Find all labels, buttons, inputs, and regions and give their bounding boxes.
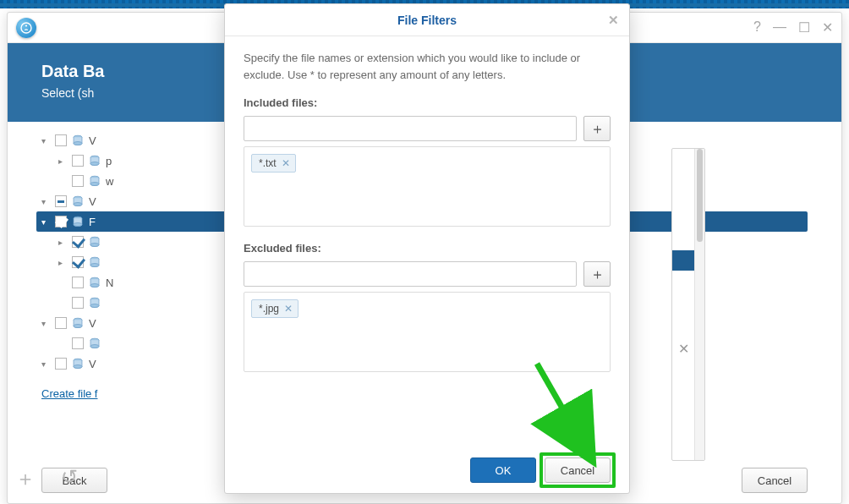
tree-checkbox[interactable] — [55, 317, 67, 329]
tree-caret-icon[interactable]: ▾ — [41, 319, 50, 328]
disk-icon — [72, 358, 84, 370]
filter-tag-text: *.jpg — [259, 303, 279, 315]
minimize-icon[interactable]: — — [773, 19, 786, 36]
tree-checkbox[interactable] — [72, 277, 84, 288]
app-icon — [16, 18, 36, 38]
tree-checkbox[interactable] — [72, 337, 84, 349]
tree-checkbox[interactable] — [55, 358, 67, 370]
history-icon[interactable]: ↺ — [61, 465, 78, 492]
wizard-cancel-button[interactable]: Cancel — [742, 468, 808, 493]
plus-icon[interactable]: ＋ — [15, 465, 36, 492]
excluded-tag[interactable]: *.jpg✕ — [251, 299, 299, 318]
included-tag[interactable]: *.txt✕ — [251, 154, 296, 173]
tree-label: F — [89, 216, 96, 228]
dialog-title: File Filters — [397, 14, 457, 27]
disk-icon — [89, 236, 101, 248]
tree-checkbox[interactable] — [72, 256, 84, 268]
svg-point-19 — [90, 304, 99, 308]
included-tags-area: *.txt✕ — [244, 146, 611, 227]
tree-caret-icon[interactable]: ▸ — [58, 258, 67, 267]
disk-icon — [72, 134, 84, 146]
help-icon[interactable]: ? — [753, 19, 761, 36]
filter-tag-text: *.txt — [259, 157, 277, 169]
tree-caret-icon[interactable]: ▾ — [41, 217, 50, 227]
dialog-description: Specify the file names or extension whic… — [244, 50, 611, 83]
tree-label: N — [106, 277, 113, 289]
included-add-button[interactable]: ＋ — [583, 116, 611, 141]
tag-remove-icon[interactable]: ✕ — [284, 303, 293, 315]
svg-point-13 — [90, 244, 99, 247]
tree-checkbox[interactable] — [55, 195, 67, 207]
tag-remove-icon[interactable]: ✕ — [282, 157, 290, 169]
svg-point-9 — [74, 203, 82, 206]
tree-checkbox[interactable] — [72, 155, 84, 167]
tree-caret-icon[interactable]: ▸ — [58, 156, 67, 166]
dialog-titlebar: File Filters ✕ — [225, 4, 629, 36]
tree-caret-icon[interactable]: ▸ — [58, 238, 67, 247]
disk-icon — [89, 175, 101, 187]
panel-close-icon[interactable]: ✕ — [678, 341, 689, 357]
close-icon[interactable]: ✕ — [822, 19, 833, 36]
tree-label: V — [89, 317, 96, 330]
create-file-filter-link[interactable]: Create file f — [41, 387, 97, 400]
svg-point-25 — [74, 365, 82, 369]
svg-point-23 — [90, 345, 99, 348]
disk-icon — [89, 155, 101, 167]
maximize-icon[interactable]: ☐ — [798, 19, 810, 36]
tree-checkbox[interactable] — [72, 297, 84, 309]
dialog-close-icon[interactable]: ✕ — [608, 13, 619, 28]
scrollbar[interactable] — [694, 149, 704, 460]
included-files-label: Included files: — [244, 96, 611, 109]
scrollbar-thumb[interactable] — [697, 149, 703, 242]
disk-icon — [72, 216, 84, 227]
svg-point-11 — [74, 223, 82, 227]
disk-icon — [72, 317, 84, 329]
disk-icon — [89, 337, 101, 349]
svg-point-15 — [90, 264, 99, 267]
file-filters-dialog: File Filters ✕ Specify the file names or… — [224, 3, 630, 494]
svg-point-21 — [74, 325, 82, 328]
disk-icon — [89, 277, 101, 288]
tree-checkbox[interactable] — [72, 175, 84, 187]
included-input[interactable] — [244, 116, 577, 141]
tree-caret-icon[interactable]: ▾ — [41, 359, 50, 369]
tree-label: w — [106, 175, 113, 188]
left-tool-icons: ＋ ↺ — [15, 465, 78, 492]
background-list-panel: ✕ — [671, 148, 705, 461]
tree-caret-icon[interactable]: ▾ — [41, 136, 50, 145]
tree-checkbox[interactable] — [72, 236, 84, 248]
svg-point-0 — [21, 23, 31, 33]
excluded-add-button[interactable]: ＋ — [583, 261, 611, 287]
cancel-button[interactable]: Cancel — [545, 457, 611, 483]
ok-button[interactable]: OK — [470, 457, 536, 483]
svg-point-5 — [90, 162, 99, 166]
tree-label: V — [89, 195, 96, 208]
svg-point-7 — [90, 183, 99, 186]
disk-icon — [89, 256, 101, 268]
tree-label: p — [106, 155, 112, 167]
disk-icon — [72, 195, 84, 207]
excluded-input[interactable] — [244, 261, 577, 287]
tree-label: V — [89, 134, 96, 147]
disk-icon — [89, 297, 101, 309]
svg-point-3 — [74, 142, 82, 145]
tree-checkbox[interactable] — [55, 216, 67, 227]
svg-point-17 — [90, 284, 99, 288]
excluded-files-label: Excluded files: — [244, 242, 611, 255]
tree-caret-icon[interactable]: ▾ — [41, 197, 50, 206]
excluded-tags-area: *.jpg✕ — [244, 292, 611, 372]
tree-label: V — [89, 358, 96, 370]
tree-checkbox[interactable] — [55, 134, 67, 146]
svg-point-1 — [25, 25, 27, 26]
